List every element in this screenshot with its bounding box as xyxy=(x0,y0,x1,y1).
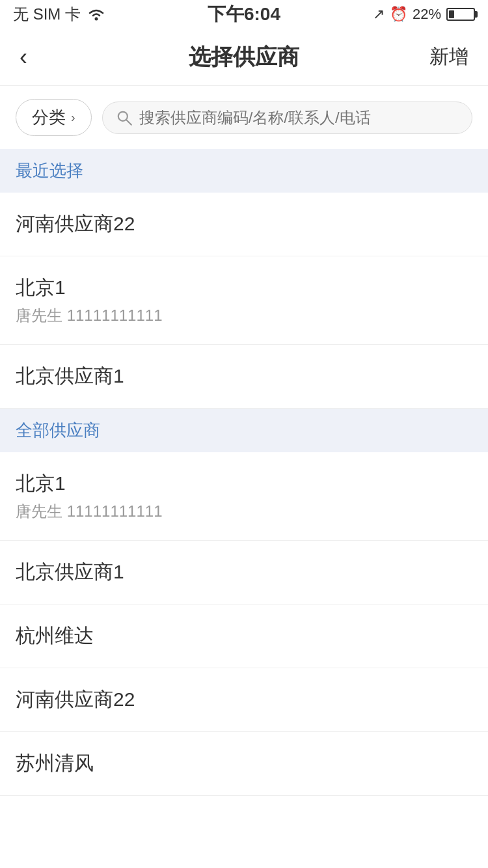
recent-section-header: 最近选择 xyxy=(0,149,488,193)
battery-icon xyxy=(446,8,475,21)
list-item[interactable]: 北京供应商1 xyxy=(0,541,488,604)
status-left: 无 SIM 卡 xyxy=(13,4,105,25)
wifi-icon xyxy=(87,8,105,21)
item-name: 北京1 xyxy=(16,275,472,301)
search-icon xyxy=(116,109,133,126)
no-sim-label: 无 SIM 卡 xyxy=(13,4,81,25)
all-items-list: 北京1 唐先生 11111111111 北京供应商1 杭州维达 河南供应商22 … xyxy=(0,452,488,796)
item-name: 北京供应商1 xyxy=(16,363,472,390)
item-name: 北京1 xyxy=(16,470,472,497)
item-sub: 唐先生 11111111111 xyxy=(16,305,472,326)
category-label: 分类 xyxy=(32,106,66,129)
list-item[interactable]: 北京1 唐先生 11111111111 xyxy=(0,256,488,345)
recent-section-label: 最近选择 xyxy=(16,161,83,180)
filter-bar: 分类 › xyxy=(0,86,488,149)
status-bar: 无 SIM 卡 下午6:04 ↗ ⏰ 22% xyxy=(0,0,488,29)
status-time: 下午6:04 xyxy=(208,2,280,27)
list-item[interactable]: 河南供应商22 xyxy=(0,668,488,732)
item-name: 河南供应商22 xyxy=(16,211,472,237)
list-item[interactable]: 北京供应商1 xyxy=(0,345,488,409)
location-icon: ↗ xyxy=(373,6,385,23)
chevron-right-icon: › xyxy=(71,110,75,125)
status-right: ↗ ⏰ 22% xyxy=(373,6,475,23)
list-item[interactable]: 北京1 唐先生 11111111111 xyxy=(0,452,488,541)
item-name: 苏州清风 xyxy=(16,750,472,777)
list-item[interactable]: 杭州维达 xyxy=(0,604,488,668)
alarm-icon: ⏰ xyxy=(390,6,407,23)
list-item[interactable]: 河南供应商22 xyxy=(0,193,488,256)
search-box[interactable] xyxy=(102,102,472,134)
item-name: 杭州维达 xyxy=(16,623,472,649)
battery-pct: 22% xyxy=(413,6,441,23)
search-input[interactable] xyxy=(139,109,459,127)
category-button[interactable]: 分类 › xyxy=(16,99,92,136)
back-button[interactable]: ‹ xyxy=(20,44,59,71)
item-name: 河南供应商22 xyxy=(16,686,472,713)
item-name: 北京供应商1 xyxy=(16,559,472,586)
all-section-header: 全部供应商 xyxy=(0,409,488,452)
all-section-label: 全部供应商 xyxy=(16,420,100,440)
item-sub: 唐先生 11111111111 xyxy=(16,501,472,522)
nav-bar: ‹ 选择供应商 新增 xyxy=(0,29,488,86)
recent-items-list: 河南供应商22 北京1 唐先生 11111111111 北京供应商1 xyxy=(0,193,488,409)
add-button[interactable]: 新增 xyxy=(429,44,468,70)
page-title: 选择供应商 xyxy=(59,42,429,72)
list-item[interactable]: 苏州清风 xyxy=(0,732,488,796)
svg-point-0 xyxy=(95,18,98,21)
svg-line-2 xyxy=(126,120,131,125)
